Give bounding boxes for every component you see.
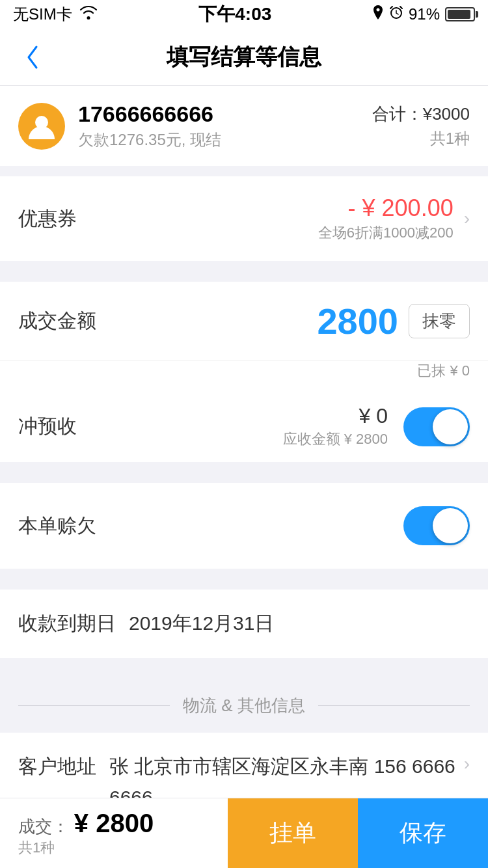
customer-card: 17666666666 欠款1276.35元, 现结 合计：¥3000 共1种 [0,86,488,166]
separator-2 [0,472,488,483]
amount-section: 成交金额 2800 抹零 已抹 ¥ 0 [0,282,488,391]
hang-button[interactable]: 挂单 [228,798,358,869]
logistics-divider-text: 物流 & 其他信息 [183,694,305,717]
status-left: 无SIM卡 [13,4,98,25]
order-credit-toggle-knob [433,508,468,543]
due-date-label: 收款到期日 [18,610,116,637]
order-credit-section: 本单赊欠 [0,483,488,569]
coupon-section: 优惠券 - ¥ 200.00 全场6折满1000减200 › [0,176,488,261]
customer-phone: 17666666666 [78,102,221,127]
back-button[interactable] [18,43,47,72]
bottom-bar: 成交： ¥ 2800 共1种 挂单 保存 [0,798,488,868]
customer-info: 17666666666 欠款1276.35元, 现结 [78,102,221,150]
deal-amount-label: 成交金额 [18,308,96,334]
bottom-count: 共1种 [18,838,210,858]
order-credit-label: 本单赊欠 [18,513,96,539]
separator-4 [0,668,488,679]
divider-line-left [18,705,170,706]
coupon-row[interactable]: 优惠券 - ¥ 200.00 全场6折满1000减200 › [0,176,488,261]
deal-amount-value: 2800 [317,300,398,342]
chevron-right-icon: › [464,208,470,229]
status-bar: 无SIM卡 下午4:03 91% [0,0,488,29]
bottom-deal-label: 成交： [18,817,69,836]
customer-debt: 欠款1276.35元, 现结 [78,129,221,150]
bottom-summary: 成交： ¥ 2800 共1种 [0,809,228,858]
logistics-divider: 物流 & 其他信息 [0,679,488,733]
carrier-text: 无SIM卡 [13,4,72,25]
nav-bar: 填写结算等信息 [0,29,488,86]
due-date-row: 收款到期日 2019年12月31日 [0,590,488,658]
due-date-value: 2019年12月31日 [129,610,274,637]
status-right: 91% [372,5,475,23]
address-chevron-icon: › [464,751,470,774]
deal-amount-row: 成交金额 2800 抹零 [0,282,488,361]
alarm-icon [389,5,403,23]
prepay-section: 冲预收 ¥ 0 应收金额 ¥ 2800 [0,391,488,462]
separator-1 [0,271,488,282]
battery-icon [445,7,475,21]
total-count: 共1种 [372,128,470,149]
page-title: 填写结算等信息 [167,42,321,72]
save-button[interactable]: 保存 [358,798,488,869]
prepay-receivable: 应收金额 ¥ 2800 [283,429,388,449]
total-amount-label: 合计：¥3000 [372,103,470,126]
deal-sub-label: 已抹 ¥ 0 [0,361,488,391]
order-credit-toggle[interactable] [403,506,470,545]
due-date-section: 收款到期日 2019年12月31日 [0,590,488,658]
prepay-right: ¥ 0 应收金额 ¥ 2800 [283,404,470,449]
toggle-knob [433,409,468,444]
coupon-label: 优惠券 [18,206,77,232]
avatar [18,103,65,150]
coupon-desc: 全场6折满1000减200 [318,223,454,243]
main-content: 17666666666 欠款1276.35元, 现结 合计：¥3000 共1种 … [0,86,488,868]
battery-percentage: 91% [409,5,440,23]
wifi-icon [79,5,98,23]
order-credit-row: 本单赊欠 [0,483,488,569]
coupon-right: - ¥ 200.00 全场6折满1000减200 › [318,195,470,243]
customer-total: 合计：¥3000 共1种 [372,103,470,149]
address-label: 客户地址 [18,751,96,780]
prepay-amount: ¥ 0 [283,404,388,428]
customer-left: 17666666666 欠款1276.35元, 现结 [18,102,221,150]
deal-right: 2800 抹零 [317,300,470,342]
prepay-row: 冲预收 ¥ 0 应收金额 ¥ 2800 [0,391,488,462]
round-button[interactable]: 抹零 [409,304,470,338]
prepay-toggle[interactable] [403,407,470,446]
bottom-deal-amount: ¥ 2800 [74,809,154,837]
divider-line-right [318,705,470,706]
prepay-label: 冲预收 [18,413,77,440]
prepay-values: ¥ 0 应收金额 ¥ 2800 [283,404,388,449]
status-time: 下午4:03 [198,2,271,27]
separator-3 [0,579,488,590]
bottom-deal-row: 成交： ¥ 2800 [18,809,210,838]
coupon-amount: - ¥ 200.00 [318,195,454,222]
location-icon [372,5,384,23]
